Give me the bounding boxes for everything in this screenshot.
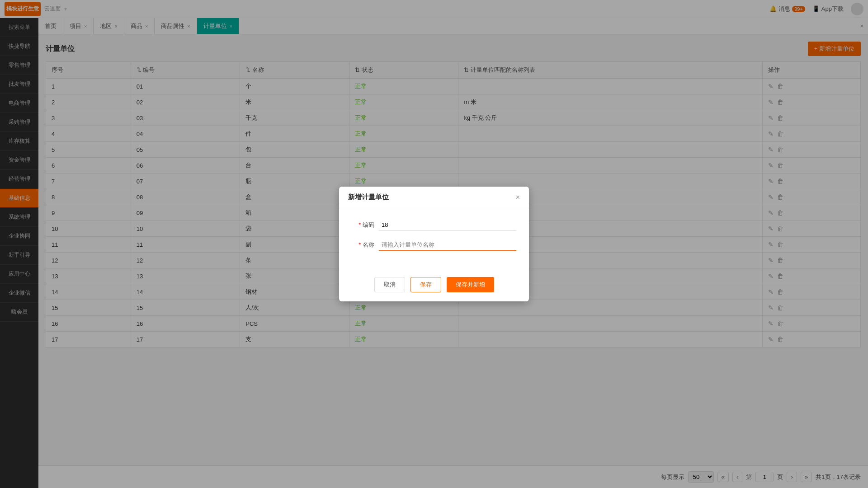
modal: 新增计量单位 × 编码 名称 取消 保存 保存并新增 <box>339 187 529 301</box>
form-row-name: 名称 <box>352 239 516 251</box>
name-label: 名称 <box>352 241 374 249</box>
save-button[interactable]: 保存 <box>410 277 441 292</box>
modal-body: 编码 名称 <box>339 208 529 270</box>
code-input[interactable] <box>379 219 516 231</box>
form-row-code: 编码 <box>352 219 516 231</box>
name-input[interactable] <box>379 239 516 251</box>
modal-footer: 取消 保存 保存并新增 <box>339 270 529 301</box>
code-label: 编码 <box>352 221 374 229</box>
save-new-button[interactable]: 保存并新增 <box>447 277 494 292</box>
modal-header: 新增计量单位 × <box>339 187 529 208</box>
modal-title: 新增计量单位 <box>348 193 389 202</box>
modal-overlay[interactable]: 新增计量单位 × 编码 名称 取消 保存 保存并新增 <box>0 0 868 488</box>
modal-close-btn[interactable]: × <box>516 193 520 202</box>
cancel-button[interactable]: 取消 <box>374 277 405 292</box>
